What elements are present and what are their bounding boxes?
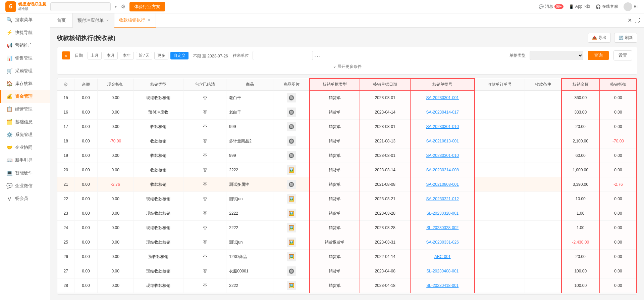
filter-unit-input[interactable] (253, 51, 313, 60)
product-thumbnail: 🔘 (287, 93, 296, 102)
sidebar-item-marketing[interactable]: 📢 营销推广 (0, 39, 50, 52)
date-btn-this-month[interactable]: 本月 (104, 52, 118, 59)
date-btn-more[interactable]: 更多 (154, 52, 168, 59)
product-thumbnail: 🔘 (287, 108, 296, 117)
cell-bill-no[interactable]: SA-20230301-010 (410, 148, 475, 163)
cell-discount: 0.00 (600, 278, 637, 293)
hardware-icon: 💻 (6, 170, 12, 176)
filter-expand-arrow[interactable]: » (62, 51, 70, 59)
sidebar-item-wechat[interactable]: 💬 企业微信 (0, 179, 50, 192)
cell-bill-type: 销货单 (310, 221, 360, 235)
filter-type-select[interactable] (530, 51, 583, 60)
cell-bill-no[interactable]: SL-20230328-002 (410, 221, 475, 235)
cell-bill-no[interactable]: SA-20230414-017 (410, 105, 475, 120)
cell-bill-type: 销货单 (310, 264, 360, 278)
cell-cash-discount: 0.00 (97, 278, 133, 293)
cell-bill-no[interactable]: SL-20230408-001 (410, 264, 475, 278)
cell-amount: 1.00 (561, 221, 600, 235)
tab-close-all-icon[interactable]: ✕ (628, 17, 632, 24)
cell-balance: 0.00 (74, 177, 97, 192)
sidebar-item-management[interactable]: 📋 经营管理 (0, 103, 50, 116)
tab-receipt-close[interactable]: × (147, 17, 151, 23)
tab-prepay-close[interactable]: × (106, 17, 109, 24)
search-dropdown-icon[interactable]: ▾ (115, 4, 117, 9)
cell-cash-discount: -2.76 (97, 177, 133, 192)
cell-bill-no[interactable]: SA-20210813-001 (410, 134, 475, 148)
cell-balance: 0.00 (74, 264, 97, 278)
cell-bill-no[interactable]: SL-20230418-001 (410, 278, 475, 293)
sidebar-label-management: 经营管理 (15, 106, 33, 112)
cell-index: 15 (57, 91, 74, 105)
cell-index: 21 (57, 177, 74, 192)
cell-product: 测试多属性 (226, 177, 273, 192)
col-settings-icon[interactable]: ⚙ (63, 82, 68, 87)
sidebar-item-search[interactable]: 🔍 搜索菜单 (0, 13, 50, 26)
cell-cash-discount: 0.00 (97, 148, 133, 163)
cell-include-settled: 否 (183, 192, 226, 206)
cell-bill-no[interactable]: SA-20230321-012 (410, 192, 475, 206)
sidebar-item-finance[interactable]: 💰 资金管理 (0, 90, 50, 103)
user-avatar-area[interactable]: Rit (624, 2, 639, 11)
cell-amount: 1.00 (561, 206, 600, 221)
collab-icon: 🤝 (6, 144, 12, 151)
cell-bill-type: 销货单 (310, 105, 360, 120)
sidebar-item-quick-nav[interactable]: ⚡ 快捷导航 (0, 26, 50, 39)
date-btn-7days[interactable]: 近7天 (136, 52, 152, 59)
cell-index: 28 (57, 278, 74, 293)
purchase-icon: 🛒 (6, 68, 12, 74)
tab-home[interactable]: 首页 (50, 13, 73, 28)
sidebar-item-sales[interactable]: 📊 销售管理 (0, 52, 50, 65)
cell-balance: 0.00 (74, 163, 97, 177)
tab-receipt[interactable]: 收款核销执行 × (114, 13, 156, 28)
top-search-input[interactable] (50, 2, 111, 11)
cell-receipt-order (475, 163, 525, 177)
cell-bill-no[interactable]: SA-20230301-001 (410, 91, 475, 105)
tab-prepay[interactable]: 预付冲应付单 × (73, 13, 114, 28)
sidebar-item-guide[interactable]: 📖 新手引导 (0, 154, 50, 167)
cell-receipt-cond (525, 206, 561, 221)
cell-bill-no[interactable]: SL-20230328-001 (410, 206, 475, 221)
export-btn[interactable]: 📤 导出 (588, 33, 611, 43)
cell-receipt-order (475, 134, 525, 148)
tab-expand-icon[interactable]: ⛶ (635, 17, 640, 24)
cell-bill-type: 销货单 (310, 134, 360, 148)
date-btn-last-month[interactable]: 上月 (88, 52, 102, 59)
expand-more-btn[interactable]: ∨ 展开更多条件 (332, 62, 363, 71)
sidebar-item-system[interactable]: ⚙️ 系统管理 (0, 128, 50, 141)
cell-receipt-cond (525, 148, 561, 163)
table-row: 24 0.00 0.00 现结收款核销 否 2222 🖼️ 销货单 2023-0… (57, 221, 637, 235)
settings-icon[interactable]: ⚙ (121, 3, 125, 10)
cell-product-img: 🖼️ (273, 235, 310, 250)
cell-discount: 0.00 (600, 235, 637, 250)
cell-receipt-cond (525, 120, 561, 134)
message-btn[interactable]: 💬 消息 99+ (539, 4, 564, 9)
sidebar-item-collab[interactable]: 🤝 企业协同 (0, 141, 50, 154)
cell-bill-date: 2023-03-14 (360, 163, 410, 177)
cell-bill-no[interactable]: ABC-001 (410, 250, 475, 264)
sidebar-item-inventory[interactable]: 🏠 库存核算 (0, 77, 50, 90)
sidebar-item-vip[interactable]: V 畅会员 (0, 192, 50, 205)
cell-bill-no[interactable]: SA-20230314-008 (410, 163, 475, 177)
query-btn[interactable]: 查询 (588, 51, 609, 60)
sidebar-item-basic[interactable]: 🗂️ 基础信息 (0, 116, 50, 128)
cell-bill-type: 销货单 (310, 120, 360, 134)
cell-bill-no[interactable]: SA-20230301-010 (410, 120, 475, 134)
settings-btn[interactable]: 设置 (613, 50, 632, 60)
date-btn-this-year[interactable]: 本年 (120, 52, 134, 59)
sidebar-item-hardware[interactable]: 💻 智能硬件 (0, 167, 50, 179)
sidebar-label-guide: 新手引导 (15, 157, 33, 163)
cell-bill-no[interactable]: SA-20230331-026 (410, 235, 475, 250)
cell-verify-type: 预付冲应收 (133, 105, 183, 120)
date-btn-custom[interactable]: 自定义 (170, 52, 189, 59)
trial-btn[interactable]: 体验行业方案 (129, 2, 165, 11)
cell-balance: 0.00 (74, 206, 97, 221)
online-service-btn[interactable]: 🎧 在线客服 (596, 4, 618, 9)
cell-include-settled: 否 (183, 278, 226, 293)
app-download-btn[interactable]: 📱 App下载 (569, 4, 590, 9)
cell-bill-no[interactable]: SA-20210808-001 (410, 177, 475, 192)
cell-product-img: 🔘 (273, 177, 310, 192)
cell-index: 25 (57, 235, 74, 250)
refresh-label: 刷新 (625, 35, 633, 41)
refresh-btn[interactable]: 🔄 刷新 (614, 33, 637, 43)
sidebar-item-purchase[interactable]: 🛒 采购管理 (0, 65, 50, 77)
